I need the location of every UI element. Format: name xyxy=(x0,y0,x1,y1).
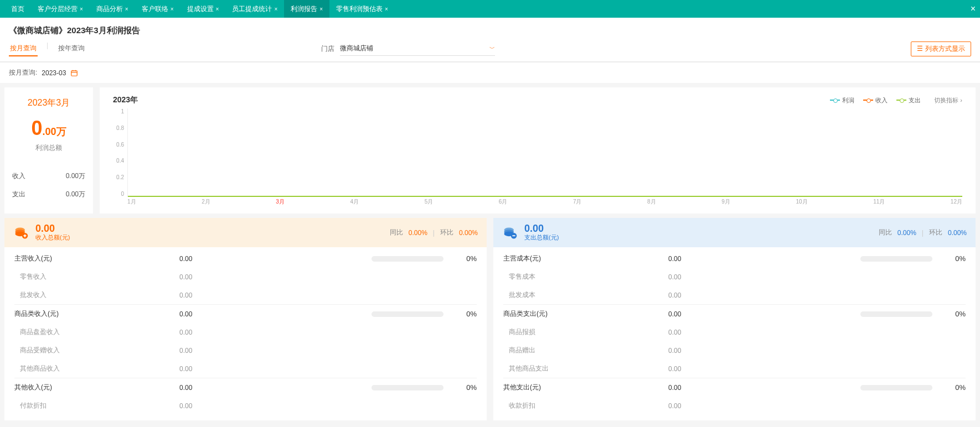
switch-indicator-button[interactable]: 切换指标 › xyxy=(934,96,962,105)
y-tick: 0.8 xyxy=(113,125,124,131)
category-row: 其他支出(元)0.000% xyxy=(503,378,966,397)
income-rows: 主营收入(元)0.000%零售收入0.00批发收入0.00商品类收入(元)0.0… xyxy=(4,247,487,420)
row-name: 其他支出(元) xyxy=(503,383,668,392)
row-value: 0.00 xyxy=(179,402,278,410)
sub-filter-bar: 按月查询: 2023-03 xyxy=(0,62,980,83)
x-tick: 4月 xyxy=(350,198,359,208)
income-panel-head: 0.00 收入总额(元) 同比 0.00% | 环比 0.00% xyxy=(4,218,487,247)
summary-month: 2023年3月 xyxy=(12,97,85,109)
page-title: 《微商城店铺》2023年3月利润报告 xyxy=(0,18,980,41)
summary-income-label: 收入 xyxy=(12,171,25,181)
x-tick: 10月 xyxy=(796,198,807,208)
x-tick: 2月 xyxy=(202,198,210,208)
progress-bar xyxy=(372,311,443,317)
row-name: 其他商品支出 xyxy=(503,364,668,373)
category-row: 主营收入(元)0.000% xyxy=(14,249,477,268)
list-view-label: 列表方式显示 xyxy=(925,44,965,54)
nav-tab[interactable]: 提成设置× xyxy=(180,0,226,18)
nav-tab[interactable]: 零售利润预估表× xyxy=(329,0,395,18)
filter-row: 按月查询 | 按年查询 门店 微商城店铺 ﹀ ☰ 列表方式显示 xyxy=(0,41,980,61)
row-name: 批发收入 xyxy=(14,290,179,300)
close-icon[interactable]: × xyxy=(216,6,219,12)
legend-label: 支出 xyxy=(909,96,921,105)
list-icon: ☰ xyxy=(917,45,923,53)
summary-expense-label: 支出 xyxy=(12,190,25,199)
legend-item[interactable]: 利润 xyxy=(830,96,854,105)
close-icon[interactable]: × xyxy=(319,6,323,12)
row-value: 0.00 xyxy=(179,310,278,318)
progress-bar xyxy=(860,256,932,262)
category-row: 主营成本(元)0.000% xyxy=(503,249,966,268)
nav-tab[interactable]: 利润报告× xyxy=(284,0,329,18)
row-value: 0.00 xyxy=(668,347,767,355)
close-icon[interactable]: × xyxy=(274,6,277,12)
nav-tab[interactable]: 商品分析× xyxy=(90,0,135,18)
close-icon[interactable]: × xyxy=(80,6,83,12)
chart-plot-area[interactable]: 10.80.60.40.20 1月2月3月4月5月6月7月8月9月10月11月1… xyxy=(124,108,962,208)
calendar-icon[interactable] xyxy=(70,69,78,77)
x-tick: 11月 xyxy=(873,198,885,208)
sub-row: 商品赠出0.00 xyxy=(503,341,966,360)
store-dropdown[interactable]: 微商城店铺 ﹀ xyxy=(340,41,495,56)
tab-yearly-query[interactable]: 按年查询 xyxy=(57,41,86,56)
row-name: 收款折扣 xyxy=(503,401,668,410)
nav-tab[interactable]: 客户分层经营× xyxy=(31,0,90,18)
row-percent: 0% xyxy=(932,310,966,318)
summary-expense-value: 0.00万 xyxy=(66,190,85,199)
sub-row: 批发成本0.00 xyxy=(503,286,966,304)
income-mom-value: 0.00% xyxy=(459,229,478,237)
progress-bar xyxy=(372,385,443,390)
row-name: 商品类收入(元) xyxy=(14,309,179,319)
page-header: 《微商城店铺》2023年3月利润报告 按月查询 | 按年查询 门店 微商城店铺 … xyxy=(0,18,980,62)
income-total-label: 收入总额(元) xyxy=(35,233,70,242)
profit-total-label: 利润总额 xyxy=(12,143,85,153)
top-nav: 首页客户分层经营×商品分析×客户联络×提成设置×员工提成统计×利润报告×零售利润… xyxy=(0,0,980,18)
income-yoy-value: 0.00% xyxy=(409,229,427,237)
list-view-button[interactable]: ☰ 列表方式显示 xyxy=(911,41,971,56)
legend-item[interactable]: 收入 xyxy=(863,96,888,105)
row-value: 0.00 xyxy=(668,384,767,392)
row-value: 0.00 xyxy=(179,291,278,299)
row-percent: 0% xyxy=(932,383,966,392)
close-icon[interactable]: × xyxy=(125,6,128,12)
row-name: 商品类支出(元) xyxy=(503,309,668,319)
sub-row: 收款折扣0.00 xyxy=(503,397,966,415)
sub-row: 商品报损0.00 xyxy=(503,323,966,341)
chevron-down-icon: ﹀ xyxy=(489,45,495,53)
legend-item[interactable]: 支出 xyxy=(896,96,921,105)
nav-tab[interactable]: 首页 xyxy=(4,0,31,18)
nav-tab[interactable]: 客户联络× xyxy=(135,0,180,18)
summary-card: 2023年3月 0.00万 利润总额 收入 0.00万 支出 0.00万 xyxy=(4,87,93,214)
income-total-value: 0.00 xyxy=(35,223,70,233)
row-name: 批发成本 xyxy=(503,290,668,300)
close-all-icon[interactable]: × xyxy=(971,0,976,18)
y-tick: 0.6 xyxy=(113,142,124,148)
plot-region xyxy=(127,108,962,197)
nav-tab[interactable]: 员工提成统计× xyxy=(225,0,284,18)
row-value: 0.00 xyxy=(179,329,278,336)
row-value: 0.00 xyxy=(179,255,278,263)
close-icon[interactable]: × xyxy=(385,6,388,12)
summary-income-value: 0.00万 xyxy=(66,171,85,181)
x-tick: 8月 xyxy=(647,198,656,208)
y-tick: 1 xyxy=(113,108,124,114)
x-tick: 5月 xyxy=(425,198,434,208)
sub-row: 其他商品支出0.00 xyxy=(503,360,966,378)
store-selector[interactable]: 门店 微商城店铺 ﹀ xyxy=(321,41,495,56)
row-value: 0.00 xyxy=(179,384,278,392)
legend-marker-icon xyxy=(863,98,873,102)
tab-monthly-query[interactable]: 按月查询 xyxy=(9,41,38,56)
close-icon[interactable]: × xyxy=(171,6,174,12)
row-percent: 0% xyxy=(443,383,477,392)
sub-filter-value[interactable]: 2023-03 xyxy=(42,69,66,77)
sub-row: 付款折扣0.00 xyxy=(14,397,477,415)
progress-bar xyxy=(372,256,443,262)
row-value: 0.00 xyxy=(668,365,767,373)
row-name: 付款折扣 xyxy=(14,401,179,410)
row-value: 0.00 xyxy=(668,310,767,318)
progress-bar xyxy=(860,385,932,390)
x-tick: 1月 xyxy=(127,198,136,208)
legend-marker-icon xyxy=(896,98,906,102)
row-value: 0.00 xyxy=(668,273,767,281)
sub-filter-label: 按月查询: xyxy=(9,68,37,77)
